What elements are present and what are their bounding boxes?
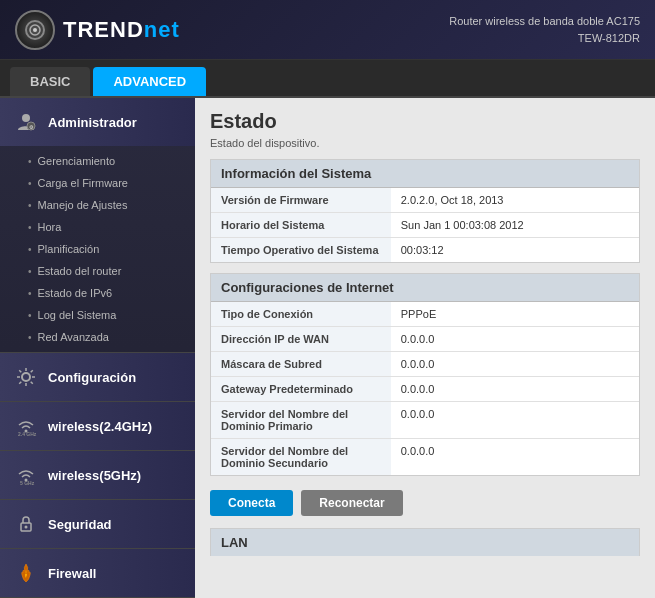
nav-tabs: BASIC ADVANCED <box>0 60 655 98</box>
logo-icon <box>15 10 55 50</box>
sidebar-header-firewall[interactable]: Firewall <box>0 549 195 597</box>
sidebar-label-configuracion: Configuración <box>48 370 136 385</box>
dns-primary-label: Servidor del Nombre del Dominio Primario <box>211 402 391 439</box>
sidebar-header-seguridad[interactable]: Seguridad <box>0 500 195 548</box>
internet-config-table: Tipo de Conexión PPPoE Dirección IP de W… <box>211 302 639 475</box>
lan-header: LAN <box>210 528 640 556</box>
header: TRENDnet Router wireless de banda doble … <box>0 0 655 60</box>
product-name: Router wireless de banda doble AC175 <box>449 13 640 30</box>
uptime-label: Tiempo Operativo del Sistema <box>211 238 391 263</box>
sidebar-item-firmware[interactable]: Carga el Firmware <box>0 172 195 194</box>
seguridad-icon <box>12 510 40 538</box>
page-title: Estado <box>210 110 640 133</box>
table-row: Servidor del Nombre del Dominio Secundar… <box>211 439 639 476</box>
sidebar-section-wireless24: 2.4 GHz wireless(2.4GHz) <box>0 402 195 451</box>
dns-primary-value: 0.0.0.0 <box>391 402 639 439</box>
main-layout: ⚙ Administrador Gerenciamiento Carga el … <box>0 98 655 598</box>
table-row: Tipo de Conexión PPPoE <box>211 302 639 327</box>
sidebar-label-wireless5: wireless(5GHz) <box>48 468 141 483</box>
subnet-label: Máscara de Subred <box>211 352 391 377</box>
horario-label: Horario del Sistema <box>211 213 391 238</box>
horario-value: Sun Jan 1 00:03:08 2012 <box>391 213 639 238</box>
tab-advanced[interactable]: ADVANCED <box>93 67 206 96</box>
connection-type-label: Tipo de Conexión <box>211 302 391 327</box>
sidebar-item-planificacion[interactable]: Planificación <box>0 238 195 260</box>
tab-basic[interactable]: BASIC <box>10 67 90 96</box>
wan-ip-label: Dirección IP de WAN <box>211 327 391 352</box>
table-row: Horario del Sistema Sun Jan 1 00:03:08 2… <box>211 213 639 238</box>
sidebar-header-wireless24[interactable]: 2.4 GHz wireless(2.4GHz) <box>0 402 195 450</box>
internet-config-section: Configuraciones de Internet Tipo de Cone… <box>210 273 640 476</box>
table-row: Servidor del Nombre del Dominio Primario… <box>211 402 639 439</box>
sidebar-item-estado-router[interactable]: Estado del router <box>0 260 195 282</box>
sidebar-label-wireless24: wireless(2.4GHz) <box>48 419 152 434</box>
connect-button[interactable]: Conecta <box>210 490 293 516</box>
svg-text:2.4 GHz: 2.4 GHz <box>18 431 37 437</box>
table-row: Máscara de Subred 0.0.0.0 <box>211 352 639 377</box>
svg-point-2 <box>33 28 37 32</box>
model-number: TEW-812DR <box>449 30 640 47</box>
sidebar-header-configuracion[interactable]: Configuración <box>0 353 195 401</box>
sidebar-section-seguridad: Seguridad <box>0 500 195 549</box>
table-row: Versión de Firmware 2.0.2.0, Oct 18, 201… <box>211 188 639 213</box>
sidebar-header-administrador[interactable]: ⚙ Administrador <box>0 98 195 146</box>
system-info-header: Información del Sistema <box>211 160 639 188</box>
sidebar-item-gerenciamiento[interactable]: Gerenciamiento <box>0 150 195 172</box>
wireless5-icon: 5 GHz <box>12 461 40 489</box>
sidebar-item-hora[interactable]: Hora <box>0 216 195 238</box>
sidebar-label-seguridad: Seguridad <box>48 517 112 532</box>
sidebar-section-administrador: ⚙ Administrador Gerenciamiento Carga el … <box>0 98 195 353</box>
admin-icon: ⚙ <box>12 108 40 136</box>
dns-secondary-value: 0.0.0.0 <box>391 439 639 476</box>
sidebar-item-ajustes[interactable]: Manejo de Ajustes <box>0 194 195 216</box>
dns-secondary-label: Servidor del Nombre del Dominio Secundar… <box>211 439 391 476</box>
logo-text: TRENDnet <box>63 17 180 43</box>
uptime-value: 00:03:12 <box>391 238 639 263</box>
reconnect-button[interactable]: Reconectar <box>301 490 402 516</box>
wireless24-icon: 2.4 GHz <box>12 412 40 440</box>
sidebar-section-firewall: Firewall <box>0 549 195 598</box>
internet-config-header: Configuraciones de Internet <box>211 274 639 302</box>
sidebar-item-estado-ipv6[interactable]: Estado de IPv6 <box>0 282 195 304</box>
sidebar-item-log[interactable]: Log del Sistema <box>0 304 195 326</box>
firewall-icon <box>12 559 40 587</box>
page-subtitle: Estado del dispositivo. <box>210 137 640 149</box>
sidebar-label-administrador: Administrador <box>48 115 137 130</box>
svg-point-6 <box>22 373 30 381</box>
gateway-label: Gateway Predeterminado <box>211 377 391 402</box>
sidebar-label-firewall: Firewall <box>48 566 96 581</box>
sidebar-section-configuracion: Configuración <box>0 353 195 402</box>
product-info: Router wireless de banda doble AC175 TEW… <box>449 13 640 46</box>
sidebar: ⚙ Administrador Gerenciamiento Carga el … <box>0 98 195 598</box>
gateway-value: 0.0.0.0 <box>391 377 639 402</box>
svg-point-3 <box>22 114 30 122</box>
subnet-value: 0.0.0.0 <box>391 352 639 377</box>
firmware-value: 2.0.2.0, Oct 18, 2013 <box>391 188 639 213</box>
table-row: Dirección IP de WAN 0.0.0.0 <box>211 327 639 352</box>
table-row: Tiempo Operativo del Sistema 00:03:12 <box>211 238 639 263</box>
connection-type-value: PPPoE <box>391 302 639 327</box>
configuracion-icon <box>12 363 40 391</box>
logo-area: TRENDnet <box>15 10 180 50</box>
action-buttons: Conecta Reconectar <box>210 486 640 520</box>
svg-text:5 GHz: 5 GHz <box>20 480 35 486</box>
content-area: Estado Estado del dispositivo. Informaci… <box>195 98 655 598</box>
wan-ip-value: 0.0.0.0 <box>391 327 639 352</box>
system-info-table: Versión de Firmware 2.0.2.0, Oct 18, 201… <box>211 188 639 262</box>
table-row: Gateway Predeterminado 0.0.0.0 <box>211 377 639 402</box>
sidebar-item-red-avanzada[interactable]: Red Avanzada <box>0 326 195 348</box>
firmware-label: Versión de Firmware <box>211 188 391 213</box>
svg-point-10 <box>25 526 28 529</box>
sidebar-header-wireless5[interactable]: 5 GHz wireless(5GHz) <box>0 451 195 499</box>
sidebar-sub-items-administrador: Gerenciamiento Carga el Firmware Manejo … <box>0 146 195 352</box>
sidebar-section-wireless5: 5 GHz wireless(5GHz) <box>0 451 195 500</box>
system-info-section: Información del Sistema Versión de Firmw… <box>210 159 640 263</box>
